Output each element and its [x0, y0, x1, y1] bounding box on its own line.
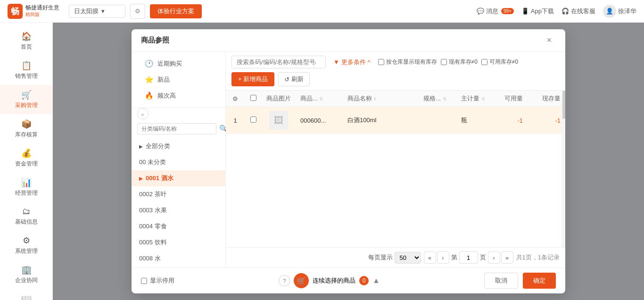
last-page-button[interactable]: » [501, 251, 513, 264]
sidebar-item-label: 销售管理 [15, 72, 38, 80]
trial-button[interactable]: 体验行业方案 [150, 4, 202, 18]
sales-icon: 📋 [21, 60, 32, 71]
warehouse-checkbox-label[interactable]: 按仓库显示现有库存 [378, 58, 437, 66]
category-0008[interactable]: 0008 水 [132, 250, 225, 264]
service-btn[interactable]: 🎧 在线客服 [561, 7, 595, 16]
left-panel: 🕐 近期购买 ⭐ 新品 🔥 频次高 [132, 52, 226, 267]
star-icon: ⭐ [145, 75, 154, 84]
gear-button[interactable]: ⚙ [130, 4, 145, 19]
row-img: 🖼 [262, 107, 296, 134]
row-num: 1 [226, 107, 245, 134]
col-header-unit[interactable]: 主计量 [456, 91, 490, 107]
row-checkbox[interactable] [250, 117, 256, 123]
sidebar-item-enterprise[interactable]: 🏢 企业协同 [0, 260, 52, 289]
clock-icon: 🕐 [145, 59, 154, 68]
confirm-button[interactable]: 确定 [523, 273, 556, 289]
sidebar-item-inventory[interactable]: 📦 库存核算 [0, 114, 52, 143]
category-0004[interactable]: 0004 零食 [132, 218, 225, 234]
refresh-button[interactable]: ↺ 刷新 [278, 72, 310, 86]
sidebar-item-home[interactable]: 🏠 首页 [0, 26, 52, 56]
stock-ne0-checkbox-label[interactable]: 现有库存≠0 [441, 58, 478, 66]
col-code-label: 商品... [300, 95, 318, 102]
filter-button[interactable]: ▼ 更多条件 ^ [330, 56, 374, 68]
new-product-item[interactable]: ⭐ 新品 [137, 72, 220, 88]
frequent-item[interactable]: 🔥 频次高 [137, 88, 220, 104]
category-0002[interactable]: 0002 茶叶 [132, 186, 225, 202]
category-00[interactable]: 00 未分类 [132, 154, 225, 170]
col-header-code[interactable]: 商品... [296, 91, 343, 107]
search-button[interactable]: 🔍 [321, 58, 326, 67]
first-page-button[interactable]: « [424, 251, 436, 264]
fire-icon: 🔥 [145, 92, 154, 100]
user-area[interactable]: 👤 徐泽华 [603, 5, 636, 18]
finance-icon: 💰 [21, 148, 32, 158]
message-btn[interactable]: 💬 消息 99+ [477, 7, 514, 16]
row-unit: 瓶 [456, 107, 490, 134]
headset-icon: 🎧 [561, 8, 569, 15]
collapse-panel-button[interactable]: « [137, 108, 149, 119]
sidebar-item-system[interactable]: ⚙ 系统管理 [0, 231, 52, 260]
sidebar-item-finance[interactable]: 💰 资金管理 [0, 143, 52, 173]
help-button[interactable]: ? [279, 275, 290, 286]
app-download-btn[interactable]: 📱 App下载 [521, 7, 554, 16]
cancel-button[interactable]: 取消 [484, 273, 518, 289]
per-page-select[interactable]: 50 10 20 100 [395, 252, 421, 264]
toolbar: 🔍 ▼ 更多条件 ^ 按仓库显示现有库存 [226, 52, 565, 91]
category-0005[interactable]: 0005 饮料 [132, 234, 225, 250]
modal-overlay: 商品参照 × 🕐 近期购买 ⭐ 新 [53, 23, 644, 300]
per-page-selector: 每页显示 50 10 20 100 [368, 252, 421, 264]
right-panel: 🔍 ▼ 更多条件 ^ 按仓库显示现有库存 [226, 52, 565, 267]
enterprise-icon: 🏢 [21, 265, 32, 275]
sidebar-item-purchase[interactable]: 🛒 采购管理 [0, 85, 52, 114]
logo-icon: 畅 [8, 4, 23, 19]
show-disabled-label: 显示停用 [150, 276, 174, 285]
search-input[interactable] [232, 56, 321, 68]
stock-ne0-checkbox[interactable] [441, 59, 447, 65]
cat-label: 0008 水 [139, 254, 161, 263]
col-header-spec[interactable]: 规格... [419, 91, 456, 107]
store-selector[interactable]: 日太阳膜 ▾ [69, 5, 125, 18]
search-bar: 🔍 [231, 56, 326, 68]
gear-icon: ⚙ [135, 8, 140, 15]
sidebar-item-label: 系统管理 [15, 247, 38, 255]
category-search-input[interactable] [137, 123, 216, 134]
prev-page-button[interactable]: ‹ [437, 251, 449, 264]
settings-icon[interactable]: ⚙ [232, 95, 238, 102]
page-number-input[interactable] [459, 251, 478, 264]
cat-label: 0002 茶叶 [139, 190, 167, 199]
refresh-label: 刷新 [291, 75, 304, 83]
cat-label: 0004 零食 [139, 222, 167, 231]
purchase-icon: 🛒 [21, 90, 32, 100]
col-unit-label: 主计量 [461, 95, 479, 102]
add-product-button[interactable]: + 新增商品 [231, 72, 274, 86]
table-row[interactable]: 1 🖼 000600... [226, 107, 565, 134]
row-spec [419, 107, 456, 134]
recent-purchase-item[interactable]: 🕐 近期购买 [137, 56, 220, 72]
category-all[interactable]: ▶ 全部分类 [132, 138, 225, 154]
sidebar-item-base[interactable]: 🗂 基础信息 [0, 202, 52, 231]
new-label: 新品 [157, 75, 170, 84]
base-icon: 🗂 [22, 207, 31, 217]
scrollbar-thumb[interactable] [562, 91, 565, 119]
close-button[interactable]: × [543, 34, 556, 47]
cat-label: 0005 饮料 [139, 238, 167, 247]
select-all-checkbox[interactable] [250, 95, 256, 101]
col-header-name[interactable]: 商品名称 [343, 91, 419, 107]
warehouse-checkbox[interactable] [378, 59, 384, 65]
category-0003[interactable]: 0003 水果 [132, 202, 225, 218]
avail-ne0-checkbox[interactable] [481, 59, 487, 65]
next-page-button[interactable]: › [488, 251, 500, 264]
avail-ne0-checkbox-label[interactable]: 可用库存≠0 [481, 58, 518, 66]
col-header-settings: ⚙ [226, 91, 245, 107]
category-search-row: 🔍 [132, 119, 225, 138]
pagination: 每页显示 50 10 20 100 « ‹ [226, 247, 565, 267]
show-disabled-checkbox[interactable] [141, 278, 147, 284]
show-disabled-checkbox-label[interactable]: 显示停用 [141, 276, 174, 285]
sidebar-item-sales[interactable]: 📋 销售管理 [0, 56, 52, 85]
category-0001[interactable]: ▶ 0001 酒水 [132, 170, 225, 186]
modal-title: 商品参照 [141, 36, 169, 45]
collapse-cart-button[interactable]: ▲ [372, 276, 380, 285]
sidebar-item-business[interactable]: 📊 经营管理 [0, 173, 52, 202]
sidebar-item-guide[interactable]: 📖 新手引导 [0, 289, 52, 300]
cart-button[interactable]: 🛒 [294, 273, 309, 288]
